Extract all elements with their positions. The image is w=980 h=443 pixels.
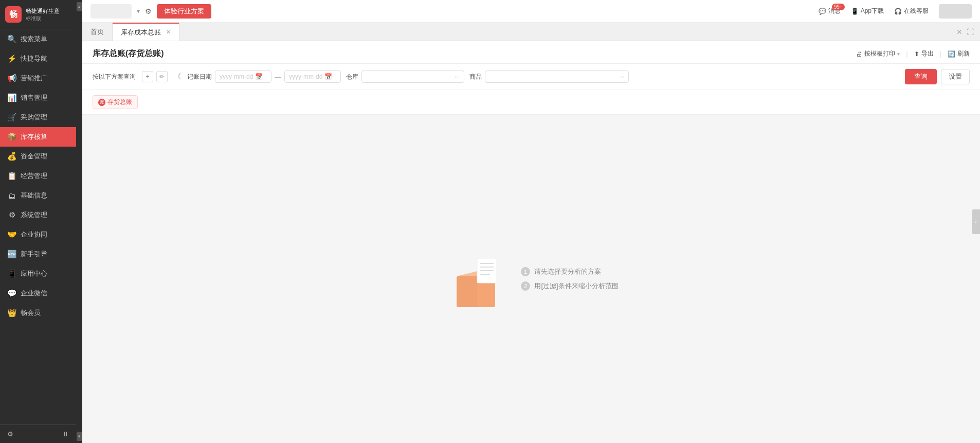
topbar-chevron-icon[interactable]: ▾	[137, 8, 140, 15]
filter-edit-button[interactable]: ✏	[156, 71, 168, 82]
empty-state: 1 请先选择要分析的方案 2 用[过滤]条件来缩小分析范围	[444, 248, 618, 310]
topbar: ▾ ⚙ 体验行业方案 💬 消息 99+ 📱 App下载 🎧 在线客服	[82, 0, 980, 23]
sidebar-item-apps[interactable]: 📱 应用中心	[0, 264, 76, 283]
filter-label: 按以下方案查询	[93, 73, 136, 81]
main-content: ▾ ⚙ 体验行业方案 💬 消息 99+ 📱 App下载 🎧 在线客服 首页	[82, 0, 980, 443]
tab-expand-icon[interactable]: ⛶	[967, 28, 974, 36]
purchase-icon: 🛒	[7, 113, 16, 122]
date-range-filter: 记账日期 yyyy-mm-dd 📅 — yyyy-mm-dd 📅	[187, 70, 341, 83]
message-badge: 99+	[832, 4, 845, 10]
print-template-button[interactable]: 🖨 按模板打印 ▾	[856, 49, 900, 58]
scheme-section: 账 存货总账	[82, 90, 980, 115]
app-logo-icon: 畅	[5, 6, 22, 23]
sidebar-item-shortcut[interactable]: ⚡ 快捷导航	[0, 49, 76, 68]
basic-icon: 🗂	[7, 191, 16, 200]
right-panel-chevron-icon: ›	[975, 219, 976, 224]
svg-rect-3	[457, 276, 477, 307]
tab-inventory-cost[interactable]: 库存成本总账 ✕	[113, 23, 179, 41]
filter-fields-row: 记账日期 yyyy-mm-dd 📅 — yyyy-mm-dd 📅 仓库 ···	[187, 69, 970, 84]
tab-close-icon[interactable]: ✕	[166, 29, 171, 36]
content-area: 1 请先选择要分析的方案 2 用[过滤]条件来缩小分析范围	[82, 115, 980, 443]
vip-icon: 👑	[7, 308, 16, 317]
scroll-up-btn[interactable]: ▲	[77, 2, 82, 11]
tip-2-text: 用[过滤]条件来缩小分析范围	[534, 281, 618, 291]
sidebar-item-wechat[interactable]: 💬 企业微信	[0, 283, 76, 303]
topbar-user-selector[interactable]	[90, 4, 132, 19]
filter-collapse-button[interactable]: 《	[174, 72, 181, 81]
warehouse-more-icon: ···	[455, 73, 460, 80]
filter-quick-actions: + ✏	[142, 71, 168, 82]
svg-marker-1	[457, 271, 477, 276]
divider-1: |	[906, 50, 908, 58]
topbar-gear-icon[interactable]: ⚙	[145, 7, 152, 15]
phone-icon: 📱	[851, 8, 859, 15]
cooperation-icon: 🤝	[7, 230, 16, 239]
print-chevron-icon: ▾	[897, 51, 900, 57]
tab-home[interactable]: 首页	[82, 23, 113, 41]
sidebar-nav: 🔍 搜索菜单 ⚡ 快捷导航 📢 营销推广 📊 销售管理 🛒 采购管理 📦 库存核…	[0, 29, 76, 424]
message-icon: 💬	[819, 8, 826, 15]
empty-illustration	[444, 248, 505, 310]
filter-add-button[interactable]: +	[142, 71, 153, 82]
export-icon: ⬆	[914, 50, 919, 58]
sidebar-item-purchase[interactable]: 🛒 采购管理	[0, 108, 76, 127]
print-icon: 🖨	[856, 50, 862, 58]
industry-solution-button[interactable]: 体验行业方案	[157, 4, 211, 19]
warehouse-input[interactable]: ···	[361, 70, 464, 83]
sales-icon: 📊	[7, 93, 16, 102]
finance-icon: 💰	[7, 152, 16, 161]
empty-tip-1: 1 请先选择要分析的方案	[521, 267, 618, 276]
sidebar-item-system[interactable]: ⚙ 系统管理	[0, 205, 76, 225]
app-download-button[interactable]: 📱 App下载	[851, 7, 884, 15]
search-icon: 🔍	[7, 34, 16, 44]
tab-close-panel-icon[interactable]: ✕	[956, 28, 963, 36]
goods-label: 商品	[469, 73, 482, 81]
filter-submit-actions: 查询 设置	[905, 69, 970, 84]
refresh-button[interactable]: 🔄 刷新	[948, 49, 970, 58]
wechat-icon: 💬	[7, 289, 16, 298]
date-end-input[interactable]: yyyy-mm-dd 📅	[284, 70, 341, 83]
tip-1-text: 请先选择要分析的方案	[534, 267, 601, 276]
search-button[interactable]: 查询	[905, 69, 937, 84]
sidebar-item-inventory[interactable]: 📦 库存核算	[0, 127, 76, 147]
export-button[interactable]: ⬆ 导出	[914, 49, 934, 58]
marketing-icon: 📢	[7, 74, 16, 83]
goods-input[interactable]: ···	[485, 70, 629, 83]
user-avatar[interactable]	[939, 4, 972, 19]
sidebar-item-operations[interactable]: 📋 经营管理	[0, 166, 76, 186]
warehouse-filter: 仓库 ···	[346, 70, 464, 83]
online-service-button[interactable]: 🎧 在线客服	[894, 7, 929, 15]
settings-button[interactable]: 设置	[941, 69, 970, 84]
sidebar-item-cooperation[interactable]: 🤝 企业协同	[0, 225, 76, 244]
sidebar-item-search[interactable]: 🔍 搜索菜单	[0, 29, 76, 49]
page-title: 库存总账(存货总账)	[93, 48, 164, 59]
sidebar-item-guide[interactable]: 🆕 新手引导	[0, 244, 76, 264]
sidebar-item-marketing[interactable]: 📢 营销推广	[0, 68, 76, 88]
sidebar: 畅 畅捷通好生意 标准版 🔍 搜索菜单 ⚡ 快捷导航 📢 营销推广 📊 销售管理…	[0, 0, 76, 443]
scheme-item-inventory-ledger[interactable]: 账 存货总账	[93, 95, 138, 109]
empty-svg	[444, 248, 511, 315]
goods-more-icon: ···	[619, 73, 624, 80]
app-logo-text: 畅捷通好生意 标准版	[26, 7, 60, 22]
inventory-icon: 📦	[7, 132, 16, 141]
refresh-icon: 🔄	[948, 50, 955, 58]
message-button[interactable]: 💬 消息 99+	[819, 7, 841, 15]
sidebar-collapse-icon[interactable]: ⏸	[62, 430, 69, 438]
sidebar-item-finance[interactable]: 💰 资金管理	[0, 147, 76, 166]
sidebar-item-vip[interactable]: 👑 畅会员	[0, 303, 76, 323]
page-header: 库存总账(存货总账) 🖨 按模板打印 ▾ | ⬆ 导出 | 🔄 刷新	[82, 41, 980, 64]
sidebar-item-basic[interactable]: 🗂 基础信息	[0, 186, 76, 205]
scroll-down-btn[interactable]: ▼	[77, 432, 82, 441]
right-panel-toggle[interactable]: ›	[972, 209, 980, 234]
sidebar-item-sales[interactable]: 📊 销售管理	[0, 88, 76, 108]
calendar-end-icon: 📅	[324, 73, 332, 80]
date-separator: —	[275, 73, 281, 81]
calendar-start-icon: 📅	[255, 73, 263, 80]
sidebar-settings-icon[interactable]: ⚙	[7, 430, 13, 438]
date-label: 记账日期	[187, 73, 212, 81]
date-start-input[interactable]: yyyy-mm-dd 📅	[215, 70, 271, 83]
tip-1-number: 1	[521, 267, 530, 276]
sidebar-logo: 畅 畅捷通好生意 标准版	[0, 0, 76, 29]
operations-icon: 📋	[7, 171, 16, 181]
divider-2: |	[940, 50, 941, 58]
